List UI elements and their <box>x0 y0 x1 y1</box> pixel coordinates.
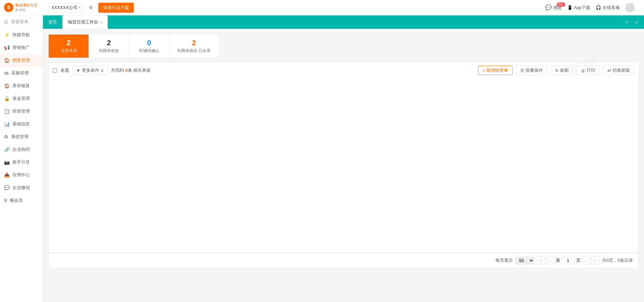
tab-workbench-label: 钱货日清工作台 <box>68 19 98 25</box>
sidebar-item-enterprise[interactable]: 🔗 企业协同 <box>0 143 43 156</box>
app-label: App下载 <box>574 5 590 11</box>
main-content: 2 全部单据 2 到期未收款 0 旺铺待确认 2 到期未收款 已出库 全选 ▼ … <box>43 29 644 302</box>
header-right: 💬 消息 99+ 📱 App下载 🎧 在线客服 <box>545 3 640 12</box>
card-all-num: 2 <box>57 39 80 47</box>
gear-icon: ⚙ <box>4 134 8 139</box>
more-filter-button[interactable]: ▼ 更多条件 ∨ <box>72 66 108 75</box>
vip-icon: V <box>4 198 7 203</box>
card-shipped-label: 到期未收款 已出库 <box>177 48 211 54</box>
print-button[interactable]: 🖨 打印 <box>577 66 600 75</box>
toolbar-left: 全选 ▼ 更多条件 ∨ 共找到 0条 相关单据 <box>53 66 474 75</box>
sidebar-item-label: 系统管理 <box>11 134 29 140</box>
sidebar: ☰ 搜索菜单 ⚡ 快捷导航 📢 营销推广 🏠 销售管理 🛍 采购管理 🏠 库存核… <box>0 15 43 302</box>
lock-icon: 🔒 <box>4 96 10 101</box>
found-text: 共找到 0条 相关单据 <box>111 67 151 73</box>
filter-label: 更多条件 <box>82 67 99 73</box>
online-service-button[interactable]: 🎧 在线客服 <box>596 5 620 11</box>
card-all[interactable]: 2 全部单据 <box>49 35 89 58</box>
chevron-down-icon: ▾ <box>79 6 80 9</box>
last-page-button[interactable]: » <box>591 256 599 264</box>
card-overdue[interactable]: 2 到期未收款 <box>89 35 129 58</box>
refresh-button[interactable]: ↻ 刷新 <box>551 66 573 75</box>
found-count: 0 <box>125 68 128 73</box>
megaphone-icon: 📢 <box>4 45 10 50</box>
appstore-icon: 📥 <box>4 172 10 178</box>
tab-home-label: 首页 <box>48 19 57 25</box>
toolbar-right: + 新增销货单 ☰ 批量操作 ↻ 刷新 🖨 打印 ⇄ 切换新版 <box>478 66 634 75</box>
tab-bar: 首页 钱货日清工作台 × × ⤢ <box>43 15 644 29</box>
avatar[interactable] <box>625 3 635 12</box>
message-button[interactable]: 💬 消息 99+ <box>545 4 562 11</box>
sidebar-item-label: 畅会员 <box>10 197 23 203</box>
company-selector[interactable]: XXXXXX公司 ▾ <box>48 3 84 12</box>
chevron-down-icon: ∨ <box>101 68 104 73</box>
card-pending[interactable]: 0 旺铺待确认 <box>129 35 169 58</box>
sidebar-item-sales[interactable]: 🏠 销售管理 <box>0 54 43 67</box>
logo-sub: 标准版 <box>15 8 38 12</box>
company-name: XXXXXX公司 <box>51 5 77 11</box>
sidebar-item-system[interactable]: ⚙ 系统管理 <box>0 130 43 143</box>
page-input[interactable] <box>561 257 575 264</box>
message-icon: 💬 <box>545 4 552 11</box>
sidebar-item-operations[interactable]: 📋 经营管理 <box>0 105 43 118</box>
card-pending-label: 旺铺待确认 <box>137 48 161 54</box>
close-window-icon[interactable]: × <box>623 18 631 26</box>
select-all-checkbox[interactable] <box>53 68 57 73</box>
prev-page-button[interactable]: ‹ <box>546 256 554 264</box>
plus-icon: + <box>482 68 485 73</box>
guide-icon: 📷 <box>4 160 10 165</box>
sidebar-item-wechat[interactable]: 💬 企业微信 <box>0 181 43 194</box>
summary-cards: 2 全部单据 2 到期未收款 0 旺铺待确认 2 到期未收款 已出库 <box>48 34 219 58</box>
sidebar-item-guide[interactable]: 📷 新手引导 <box>0 156 43 169</box>
sidebar-item-label: 营销推广 <box>12 45 30 51</box>
page-size-select[interactable]: 50 10 20 100 <box>516 257 534 264</box>
app-download-button[interactable]: 📱 App下载 <box>567 5 590 11</box>
sidebar-item-label: 资金管理 <box>12 96 30 102</box>
house-icon: 🏠 <box>4 58 10 63</box>
batch-label: 批量操作 <box>526 67 543 73</box>
print-icon: 🖨 <box>581 68 585 73</box>
sidebar-item-member[interactable]: V 畅会员 <box>0 194 43 207</box>
switch-label: 切换新版 <box>612 67 630 73</box>
card-shipped-num: 2 <box>177 39 211 47</box>
switch-version-button[interactable]: ⇄ 切换新版 <box>603 66 634 75</box>
tab-workbench[interactable]: 钱货日清工作台 × <box>62 15 108 29</box>
next-page-button[interactable]: › <box>582 256 590 264</box>
sidebar-item-marketing[interactable]: 📢 营销推广 <box>0 41 43 54</box>
bag-icon: 🛍 <box>4 70 9 76</box>
add-sale-button[interactable]: + 新增销货单 <box>478 66 513 75</box>
logo: 6 畅捷通好生意 标准版 <box>4 3 47 12</box>
select-all-label: 全选 <box>60 67 69 73</box>
refresh-label: 刷新 <box>560 67 569 73</box>
sidebar-item-apps[interactable]: 📥 应用中心 <box>0 169 43 181</box>
sidebar-item-label: 基础信息 <box>12 121 30 127</box>
filter-icon: ▼ <box>76 68 80 73</box>
page-nav: « ‹ 第 页 › » <box>537 256 599 264</box>
switch-icon: ⇄ <box>607 68 611 73</box>
card-shipped[interactable]: 2 到期未收款 已出库 <box>169 35 219 58</box>
tab-home[interactable]: 首页 <box>43 15 62 29</box>
sidebar-item-label: 企业微信 <box>12 185 30 191</box>
sidebar-item-label: 销售管理 <box>12 57 30 63</box>
sidebar-search-label: 搜索菜单 <box>11 19 29 25</box>
batch-operation-button[interactable]: ☰ 批量操作 <box>516 66 547 75</box>
sidebar-item-purchase[interactable]: 🛍 采购管理 <box>0 67 43 79</box>
sidebar-item-inventory[interactable]: 🏠 库存核算 <box>0 79 43 92</box>
trial-button[interactable]: 体验行业方案 <box>98 3 134 13</box>
card-pending-num: 0 <box>137 39 161 47</box>
sidebar-item-search[interactable]: ☰ 搜索菜单 <box>0 15 43 28</box>
sidebar-item-quicknav[interactable]: ⚡ 快捷导航 <box>0 28 43 41</box>
sidebar-item-base[interactable]: 📊 基础信息 <box>0 118 43 130</box>
table-empty <box>49 78 638 252</box>
logo-text: 畅捷通好生意 <box>15 3 38 7</box>
page-label: 第 <box>556 257 560 263</box>
sidebar-item-finance[interactable]: 🔒 资金管理 <box>0 92 43 105</box>
first-page-button[interactable]: « <box>537 256 545 264</box>
expand-window-icon[interactable]: ⤢ <box>633 18 641 26</box>
sidebar-item-label: 快捷导航 <box>12 32 30 38</box>
logo-icon: 6 <box>4 3 13 12</box>
sidebar-item-label: 采购管理 <box>11 70 29 76</box>
page-size-label: 每页显示 <box>495 257 513 263</box>
tab-close-icon[interactable]: × <box>100 20 102 24</box>
settings-icon[interactable]: ⚙ <box>86 3 96 12</box>
